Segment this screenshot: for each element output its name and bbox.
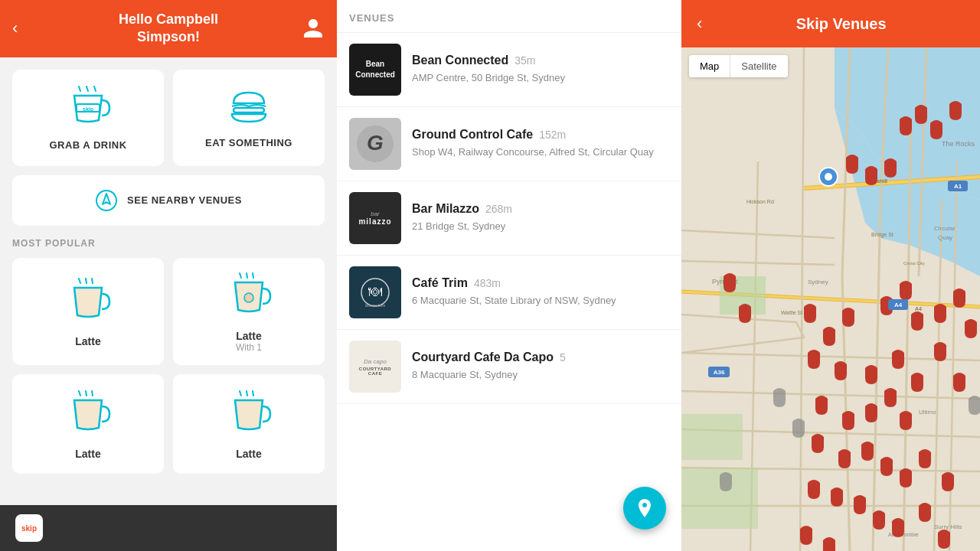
svg-point-13 <box>244 293 253 302</box>
map-svg: Cahill Wattle St A4 Hickson Rd Bridge St… <box>681 47 980 551</box>
burger-icon <box>226 86 272 128</box>
right-panel: ‹ Skip Venues Map Satellite <box>681 0 980 551</box>
svg-line-9 <box>92 279 93 283</box>
venue-thumb-cafe-trim: 🍽 laissez-faire <box>349 266 401 318</box>
venue-name-bar-milazzo: Bar Milazzo <box>412 202 479 216</box>
svg-text:skip: skip <box>83 106 93 112</box>
venue-name-cafe-trim: Café Trim <box>412 276 468 290</box>
venue-distance-cafe-trim: 483m <box>474 277 501 289</box>
svg-text:Bridge St: Bridge St <box>871 232 893 238</box>
venues-list: Bean Connected Bean Connected 35m AMP Ce… <box>337 33 681 551</box>
svg-line-19 <box>253 391 253 396</box>
grab-drink-card[interactable]: skip GRAB A DRINK <box>12 70 164 166</box>
venue-name-ground-control: Ground Control Cafe <box>412 128 533 142</box>
venues-header: VENUES <box>337 0 681 33</box>
svg-rect-5 <box>234 108 264 112</box>
venue-item-bar-milazzo[interactable]: bar milazzo Bar Milazzo 268m 21 Bridge S… <box>337 181 681 256</box>
venue-distance-bean-connected: 35m <box>514 54 535 67</box>
map-controls: Map Satellite <box>689 55 788 77</box>
popular-card-latte-4[interactable]: Latte <box>173 374 325 474</box>
svg-text:A4: A4 <box>915 306 922 311</box>
venue-info-ground-control: Ground Control Cafe 152m Shop W4, Railwa… <box>412 128 669 159</box>
map-container[interactable]: Map Satellite <box>681 47 980 551</box>
popular-latte-3-label: Latte <box>75 448 100 460</box>
eat-something-card[interactable]: EAT SOMETHING <box>173 70 325 166</box>
satellite-view-button[interactable]: Satellite <box>730 55 787 77</box>
eat-something-label: EAT SOMETHING <box>205 137 292 148</box>
action-grid: skip GRAB A DRINK <box>12 70 325 166</box>
popular-grid: Latte Latte With 1 <box>12 258 325 474</box>
right-header: ‹ Skip Venues <box>681 0 980 47</box>
svg-rect-29 <box>681 414 743 460</box>
svg-text:G: G <box>367 131 384 155</box>
venue-address-bar-milazzo: 21 Bridge St, Sydney <box>412 220 669 233</box>
svg-point-45 <box>825 173 832 181</box>
fab-button[interactable] <box>623 487 666 530</box>
svg-line-7 <box>79 279 80 283</box>
svg-line-1 <box>87 86 88 91</box>
svg-text:Quay: Quay <box>938 234 952 241</box>
back-button[interactable]: ‹ <box>12 18 18 38</box>
svg-text:A36: A36 <box>714 369 725 376</box>
venue-thumb-courtyard-cafe: Da capo COURTYARD CAFE <box>349 341 401 393</box>
svg-text:A4: A4 <box>894 302 903 308</box>
venue-info-bean-connected: Bean Connected 35m AMP Centre, 50 Bridge… <box>412 54 669 85</box>
venue-name-bean-connected: Bean Connected <box>412 54 508 67</box>
svg-line-2 <box>94 86 96 91</box>
svg-line-8 <box>86 279 87 283</box>
venue-distance-bar-milazzo: 268m <box>485 203 512 215</box>
svg-line-14 <box>79 391 80 396</box>
venue-thumb-bar-milazzo: bar milazzo <box>349 192 401 244</box>
venue-info-courtyard-cafe: Courtyard Cafe Da Capo 5 8 Macquarie St,… <box>412 350 669 382</box>
map-view-button[interactable]: Map <box>689 55 730 77</box>
popular-card-latte-2[interactable]: Latte With 1 <box>173 258 325 365</box>
popular-card-latte-3[interactable]: Latte <box>12 374 164 474</box>
map-title: Skip Venues <box>717 15 965 33</box>
venue-item-bean-connected[interactable]: Bean Connected Bean Connected 35m AMP Ce… <box>337 33 681 107</box>
popular-latte-1-label: Latte <box>75 335 100 347</box>
greeting-title: Hello Campbell Simpson! <box>119 11 218 47</box>
venue-info-bar-milazzo: Bar Milazzo 268m 21 Bridge St, Sydney <box>412 202 669 233</box>
latte-icon-2 <box>224 270 273 322</box>
popular-latte-2-label: Latte <box>236 330 261 342</box>
svg-text:The Rocks: The Rocks <box>942 140 975 148</box>
venue-info-cafe-trim: Café Trim 483m 6 Macquarie St, State Lib… <box>412 276 669 308</box>
venue-thumb-ground-control: G <box>349 118 401 170</box>
venue-address-courtyard-cafe: 8 Macquarie St, Sydney <box>412 368 669 382</box>
svg-text:🍽: 🍽 <box>368 284 382 299</box>
grab-drink-label: GRAB A DRINK <box>49 139 126 151</box>
venue-address-ground-control: Shop W4, Railway Concourse, Alfred St, C… <box>412 145 669 159</box>
user-icon[interactable] <box>302 17 325 40</box>
venue-address-cafe-trim: 6 Macquarie St, State Library of NSW, Sy… <box>412 294 669 308</box>
venue-distance-courtyard-cafe: 5 <box>560 351 566 364</box>
venue-address-bean-connected: AMP Centre, 50 Bridge St, Sydney <box>412 71 669 85</box>
svg-text:Ultimo: Ultimo <box>919 409 936 416</box>
venue-item-cafe-trim[interactable]: 🍽 laissez-faire Café Trim 483m 6 Macquar… <box>337 256 681 330</box>
middle-panel: VENUES Bean Connected Bean Connected 35m… <box>337 0 681 551</box>
pin-icon <box>634 497 655 519</box>
svg-text:A1: A1 <box>954 183 962 190</box>
latte-icon-1 <box>64 276 113 328</box>
popular-card-latte-1[interactable]: Latte <box>12 258 164 365</box>
svg-line-11 <box>247 273 247 278</box>
svg-text:Cross City: Cross City <box>903 261 925 266</box>
venue-item-ground-control[interactable]: G Ground Control Cafe 152m Shop W4, Rail… <box>337 107 681 181</box>
latte-icon-3 <box>64 388 113 440</box>
cup-icon: skip <box>65 85 111 130</box>
svg-line-12 <box>253 273 253 278</box>
svg-text:Wattle St: Wattle St <box>781 310 802 315</box>
venue-item-courtyard-cafe[interactable]: Da capo COURTYARD CAFE Courtyard Cafe Da… <box>337 330 681 404</box>
venue-distance-ground-control: 152m <box>539 129 566 141</box>
nearby-venues-card[interactable]: SEE NEARBY VENUES <box>12 175 325 226</box>
svg-line-15 <box>86 391 87 396</box>
nearby-venues-label: SEE NEARBY VENUES <box>127 194 242 206</box>
svg-line-17 <box>240 391 241 396</box>
left-footer: skip <box>0 505 337 551</box>
left-header: ‹ Hello Campbell Simpson! <box>0 0 337 57</box>
svg-line-0 <box>79 86 80 91</box>
svg-text:Circular: Circular <box>934 225 956 232</box>
location-arrow-icon <box>95 189 118 212</box>
svg-text:Surry Hills: Surry Hills <box>934 523 962 530</box>
svg-line-16 <box>92 391 93 396</box>
map-back-button[interactable]: ‹ <box>697 14 702 34</box>
